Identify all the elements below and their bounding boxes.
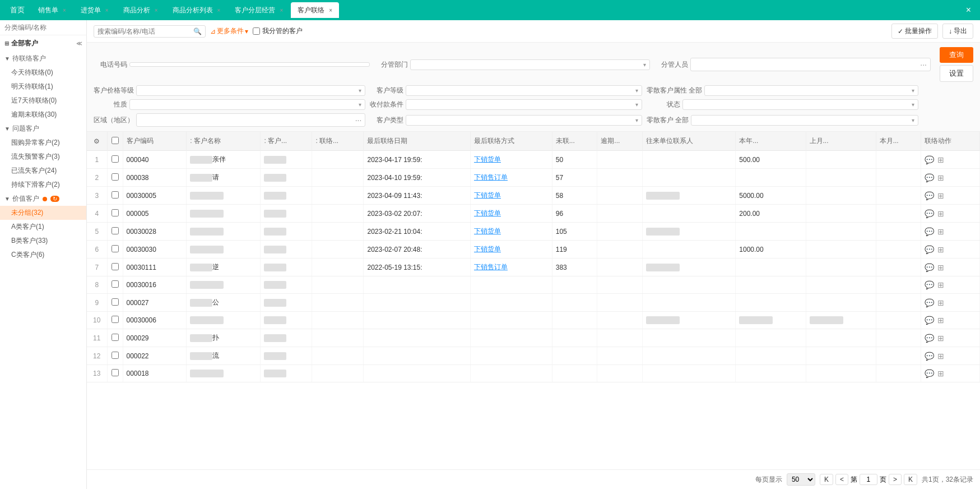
qr-icon[interactable]: ⊞ bbox=[937, 316, 944, 325]
customer-name[interactable] bbox=[187, 205, 261, 223]
qr-icon[interactable]: ⊞ bbox=[937, 369, 944, 378]
price-tier-input[interactable]: ▾ bbox=[136, 85, 365, 96]
row-checkbox[interactable] bbox=[112, 227, 119, 234]
col-unit-contact[interactable]: 往来单位联系人 bbox=[642, 132, 735, 151]
qr-icon[interactable]: ⊞ bbox=[937, 334, 944, 343]
next-page-btn[interactable]: > bbox=[889, 474, 902, 485]
customer-name[interactable] bbox=[187, 312, 261, 329]
sidebar-item-churned[interactable]: 已流失客户(24) bbox=[0, 164, 86, 178]
dept-input[interactable]: ▾ bbox=[410, 59, 651, 70]
row-checkbox-cell[interactable] bbox=[107, 223, 123, 241]
row-checkbox[interactable] bbox=[112, 245, 119, 252]
customer-name[interactable] bbox=[187, 223, 261, 241]
message-icon[interactable]: 💬 bbox=[925, 155, 934, 164]
export-button[interactable]: ↓ 导出 bbox=[942, 24, 973, 39]
row-checkbox[interactable] bbox=[112, 352, 119, 359]
last-page-btn[interactable]: K bbox=[904, 474, 917, 485]
message-icon[interactable]: 💬 bbox=[925, 173, 934, 182]
last-method-cell[interactable] bbox=[470, 276, 552, 294]
close-all-tabs[interactable]: × bbox=[962, 0, 976, 20]
tab-product-analysis[interactable]: 商品分析 × bbox=[117, 2, 165, 18]
more-conditions[interactable]: ⊿ 更多条件 ▾ bbox=[210, 26, 248, 36]
row-checkbox[interactable] bbox=[112, 173, 119, 181]
sidebar-item-class-b[interactable]: B类客户(33) bbox=[0, 234, 86, 248]
row-checkbox-cell[interactable] bbox=[107, 169, 123, 187]
sidebar-search-input[interactable] bbox=[4, 24, 87, 31]
message-icon[interactable]: 💬 bbox=[925, 316, 934, 325]
col-name[interactable]: : 客户名称 bbox=[187, 132, 261, 151]
method-link[interactable]: 下销货单 bbox=[474, 227, 501, 235]
qr-icon[interactable]: ⊞ bbox=[937, 298, 944, 307]
last-method-cell[interactable]: 下销货单 bbox=[470, 205, 552, 223]
col-this-month[interactable]: 本月... bbox=[876, 132, 921, 151]
col-uncontacted[interactable]: 未联... bbox=[552, 132, 597, 151]
tab-customer-tier[interactable]: 客户分层经营 × bbox=[228, 2, 290, 18]
prev-page-btn[interactable]: < bbox=[835, 474, 848, 485]
col-overdue[interactable]: 逾期... bbox=[597, 132, 643, 151]
message-icon[interactable]: 💬 bbox=[925, 334, 934, 343]
row-checkbox[interactable] bbox=[112, 209, 119, 216]
last-method-cell[interactable]: 下销货单 bbox=[470, 241, 552, 259]
row-checkbox-cell[interactable] bbox=[107, 312, 123, 329]
customer-name[interactable]: 公 bbox=[187, 294, 261, 312]
row-checkbox-cell[interactable] bbox=[107, 205, 123, 223]
section-pending-contact[interactable]: ▼ 待联络客户 bbox=[0, 52, 86, 66]
customer-name[interactable] bbox=[187, 365, 261, 382]
customer-tier-input[interactable]: ▾ bbox=[406, 85, 642, 96]
last-method-cell[interactable]: 下销货单 bbox=[470, 151, 552, 169]
method-link[interactable]: 下销货单 bbox=[474, 245, 501, 253]
sidebar-item-class-c[interactable]: C类客户(6) bbox=[0, 248, 86, 262]
region-input[interactable]: ··· bbox=[136, 113, 365, 127]
collapse-icon[interactable]: ≪ bbox=[76, 40, 82, 47]
method-link[interactable]: 下销货单 bbox=[474, 191, 501, 199]
reset-button[interactable]: 设置 bbox=[940, 65, 973, 82]
checkbox-col-header[interactable] bbox=[107, 132, 123, 151]
sidebar-item-class-a[interactable]: A类客户(1) bbox=[0, 220, 86, 234]
sidebar-search-box[interactable]: 🔍 bbox=[0, 20, 86, 35]
qr-icon[interactable]: ⊞ bbox=[937, 227, 944, 236]
last-method-cell[interactable] bbox=[470, 365, 552, 382]
nature-input[interactable]: ▾ bbox=[129, 99, 365, 110]
settings-col-header[interactable]: ⚙ bbox=[87, 132, 107, 151]
select-all-checkbox[interactable] bbox=[112, 137, 119, 144]
close-tab-customer-contact[interactable]: × bbox=[329, 7, 332, 13]
sidebar-item-tomorrow[interactable]: 明天待联络(1) bbox=[0, 80, 86, 94]
row-checkbox[interactable] bbox=[112, 155, 119, 163]
qr-icon[interactable]: ⊞ bbox=[937, 263, 944, 272]
col-last-month[interactable]: 上月... bbox=[806, 132, 876, 151]
last-method-cell[interactable] bbox=[470, 347, 552, 365]
message-icon[interactable]: 💬 bbox=[925, 352, 934, 361]
col-type[interactable]: : 客户... bbox=[261, 132, 312, 151]
last-method-cell[interactable]: 下销货单 bbox=[470, 187, 552, 205]
col-this-year[interactable]: 本年... bbox=[736, 132, 806, 151]
close-tab-purchase[interactable]: × bbox=[105, 7, 109, 13]
message-icon[interactable]: 💬 bbox=[925, 209, 934, 218]
row-checkbox[interactable] bbox=[112, 316, 119, 323]
row-checkbox-cell[interactable] bbox=[107, 347, 123, 365]
page-number-input[interactable] bbox=[860, 474, 877, 485]
last-method-cell[interactable]: 下销售订单 bbox=[470, 169, 552, 187]
last-method-cell[interactable] bbox=[470, 329, 552, 347]
row-checkbox-cell[interactable] bbox=[107, 259, 123, 276]
col-last-date[interactable]: 最后联络日期 bbox=[364, 132, 471, 151]
row-checkbox-cell[interactable] bbox=[107, 276, 123, 294]
row-checkbox-cell[interactable] bbox=[107, 365, 123, 382]
tab-customer-contact[interactable]: 客户联络 × bbox=[291, 2, 339, 18]
close-tab-customer-tier[interactable]: × bbox=[280, 7, 283, 13]
close-tab-product-analysis[interactable]: × bbox=[155, 7, 158, 13]
close-tab-product-analysis-list[interactable]: × bbox=[217, 7, 221, 13]
section-value-customers[interactable]: ▼ 价值客户 ↻ bbox=[0, 192, 86, 206]
method-link[interactable]: 下销售订单 bbox=[474, 263, 508, 271]
customer-name[interactable] bbox=[187, 276, 261, 294]
qr-icon[interactable]: ⊞ bbox=[937, 209, 944, 218]
message-icon[interactable]: 💬 bbox=[925, 369, 934, 378]
qr-icon[interactable]: ⊞ bbox=[937, 352, 944, 361]
row-checkbox-cell[interactable] bbox=[107, 329, 123, 347]
col-last-method[interactable]: 最后联络方式 bbox=[470, 132, 552, 151]
tab-product-analysis-list[interactable]: 商品分析列表 × bbox=[166, 2, 227, 18]
message-icon[interactable]: 💬 bbox=[925, 263, 934, 272]
qr-icon[interactable]: ⊞ bbox=[937, 245, 944, 254]
search-box[interactable]: 🔍 bbox=[94, 25, 206, 38]
customer-name[interactable] bbox=[187, 187, 261, 205]
batch-ops-button[interactable]: ✓ 批量操作 bbox=[891, 24, 938, 39]
